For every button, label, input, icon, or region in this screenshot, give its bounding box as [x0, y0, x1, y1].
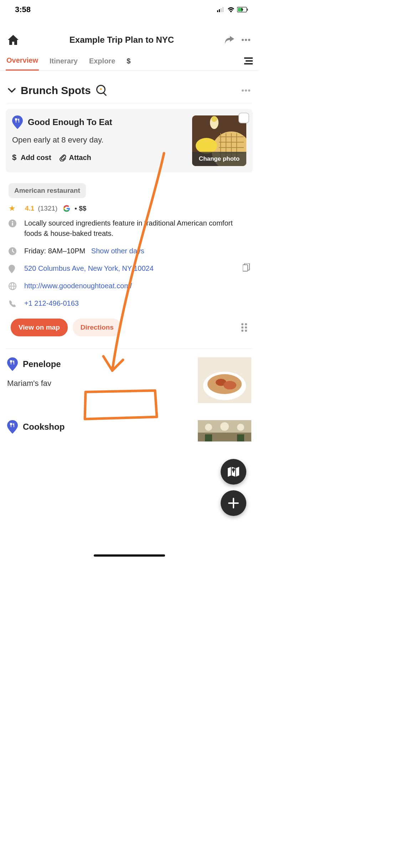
svg-rect-3	[222, 7, 223, 12]
tabs: Overview Itinerary Explore $	[0, 51, 258, 71]
share-icon[interactable]	[225, 36, 234, 44]
svg-rect-59	[205, 434, 212, 441]
status-icons	[217, 7, 248, 12]
star-icon: ★	[9, 204, 16, 213]
svg-rect-1	[219, 9, 220, 12]
svg-point-58	[237, 424, 244, 431]
tab-explore[interactable]: Explore	[88, 52, 116, 70]
add-cost-label: Add cost	[21, 154, 51, 162]
app-header: Example Trip Plan to NYC	[0, 29, 258, 51]
svg-text:$: $	[12, 153, 16, 162]
location-pin-icon	[9, 265, 18, 273]
svg-point-8	[245, 39, 247, 41]
phone-icon	[9, 300, 18, 308]
hours-row: Friday: 8AM–10PM Show other days	[9, 242, 250, 260]
section-title: Brunch Spots	[21, 84, 91, 97]
divider	[6, 103, 252, 103]
paperclip-icon	[59, 154, 66, 161]
add-cost-button[interactable]: $ Add cost	[12, 153, 51, 162]
svg-rect-39	[243, 265, 248, 271]
home-indicator	[94, 554, 165, 557]
place-item[interactable]: Penelope Mariam's fav	[0, 349, 258, 407]
website-row: http://www.goodenoughtoeat.com/	[9, 277, 250, 295]
description-row: Locally sourced ingredients feature in t…	[9, 215, 250, 242]
more-icon[interactable]	[241, 38, 251, 41]
show-other-days-link[interactable]: Show other days	[91, 247, 144, 255]
svg-rect-11	[246, 60, 253, 62]
status-time: 3:58	[15, 5, 31, 14]
attach-button[interactable]: Attach	[59, 153, 91, 162]
category-chip[interactable]: American restaurant	[9, 183, 86, 198]
globe-icon	[9, 282, 18, 290]
svg-point-56	[205, 424, 212, 431]
drag-handle-icon[interactable]	[241, 322, 248, 332]
google-icon	[62, 204, 71, 213]
svg-rect-6	[247, 9, 248, 11]
tab-budget[interactable]: $	[126, 52, 131, 70]
svg-rect-60	[237, 434, 244, 441]
status-bar: 3:58	[0, 0, 258, 18]
place-name: Cookshop	[23, 422, 65, 432]
rating-count: (1321)	[38, 205, 57, 212]
cellular-icon	[217, 7, 225, 12]
cooking-emoji-icon	[96, 84, 108, 97]
svg-point-16	[100, 88, 102, 90]
dollar-icon: $	[12, 153, 18, 162]
select-checkbox[interactable]	[238, 113, 249, 123]
tab-overview[interactable]: Overview	[6, 51, 39, 71]
attach-label: Attach	[69, 154, 91, 162]
svg-point-9	[248, 39, 250, 41]
price-level: • $$	[74, 205, 86, 212]
battery-icon	[237, 7, 248, 12]
map-icon	[227, 466, 240, 477]
phone-row: +1 212-496-0163	[9, 295, 250, 312]
pin-icon	[7, 420, 18, 434]
home-icon[interactable]	[8, 35, 19, 45]
wifi-icon	[227, 7, 235, 12]
svg-point-44	[245, 323, 247, 325]
place-item[interactable]: Cookshop	[0, 407, 258, 445]
clock-icon	[9, 247, 18, 255]
pin-icon	[12, 115, 23, 129]
svg-point-18	[242, 89, 244, 92]
svg-point-57	[220, 422, 229, 431]
phone-link[interactable]: +1 212-496-0163	[24, 298, 250, 309]
svg-point-53	[223, 381, 236, 389]
place-name: Penelope	[23, 359, 61, 369]
svg-point-7	[242, 39, 244, 41]
view-on-map-button[interactable]: View on map	[11, 319, 68, 336]
place-details: American restaurant ★ 4.1 (1321) • $$ Lo…	[0, 178, 258, 345]
plus-icon	[228, 498, 239, 508]
place-card: Good Enough To Eat Open early at 8 every…	[6, 109, 253, 172]
place-name[interactable]: Good Enough To Eat	[28, 117, 112, 127]
svg-rect-37	[12, 223, 13, 226]
hamburger-icon[interactable]	[244, 57, 253, 64]
tab-itinerary[interactable]: Itinerary	[49, 52, 78, 70]
svg-point-19	[245, 89, 247, 92]
hours-text: Friday: 8AM–10PM	[24, 247, 85, 255]
fab-map-button[interactable]	[221, 459, 246, 485]
svg-point-36	[12, 221, 13, 222]
directions-button[interactable]: Directions	[73, 319, 122, 336]
svg-point-34	[211, 116, 217, 122]
address-row: 520 Columbus Ave, New York, NY 10024	[9, 260, 250, 277]
place-thumbnail[interactable]: Change photo	[192, 115, 246, 166]
place-thumbnail[interactable]	[198, 420, 251, 441]
change-photo-button[interactable]: Change photo	[192, 152, 246, 166]
svg-point-32	[196, 138, 217, 154]
section-more-icon[interactable]	[241, 89, 251, 92]
page-title: Example Trip Plan to NYC	[19, 35, 225, 45]
place-thumbnail[interactable]	[198, 357, 251, 403]
svg-point-20	[248, 89, 250, 92]
svg-point-47	[241, 330, 243, 332]
svg-point-48	[245, 330, 247, 332]
chevron-down-icon[interactable]	[8, 88, 16, 93]
fab-add-button[interactable]	[221, 490, 246, 516]
rating-value: 4.1	[25, 205, 34, 212]
copy-icon[interactable]	[243, 263, 250, 272]
svg-point-46	[245, 326, 247, 329]
svg-rect-2	[221, 8, 222, 12]
website-link[interactable]: http://www.goodenoughtoeat.com/	[24, 281, 250, 291]
address-link[interactable]: 520 Columbus Ave, New York, NY 10024	[24, 263, 236, 274]
place-note: Open early at 8 every day.	[12, 135, 188, 145]
